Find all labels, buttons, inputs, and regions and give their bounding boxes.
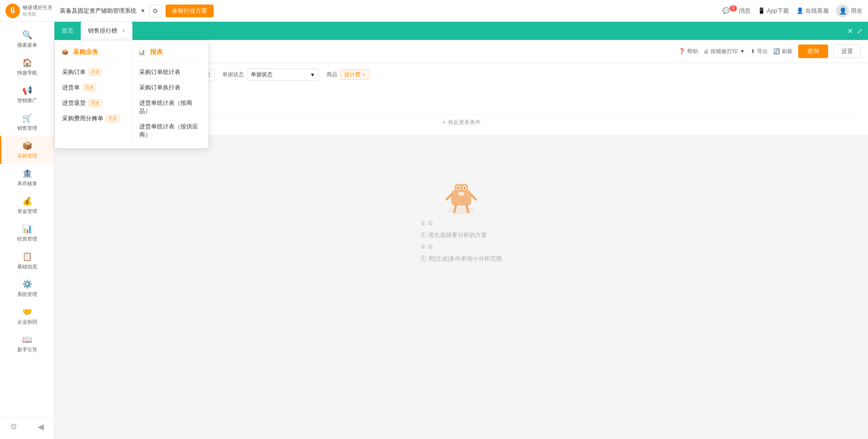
sidebar-item-search[interactable]: 🔍 搜索菜单 [0, 25, 54, 53]
sidebar-label-sales: 销售管理 [17, 125, 37, 132]
tab-bar-right: ✕ ⤢ [847, 27, 868, 35]
service-icon: 👤 [796, 7, 804, 14]
finance-icon: 💰 [22, 196, 32, 206]
sidebar: 🔍 搜索菜单 🏠 快捷导航 📢 营销推广 🛒 销售管理 📦 采购管理 🏦 库存核… [0, 22, 54, 439]
sidebar-item-system[interactable]: ⚙️ 系统管理 [0, 275, 54, 302]
purchase-dropdown-menu: 📦 采购业务 采购订单 历史 进货单 历史 进货退货 历史 采购费用分摊单 历史 [54, 40, 209, 148]
sidebar-item-sales[interactable]: 🛒 销售管理 [0, 109, 54, 136]
header: 6 畅捷通好生意 标准版 装备及固定资产辅助管理系统 ▼ ⚙ 体验行业方案 💬 … [0, 0, 868, 22]
print-arrow[interactable]: ▼ [740, 48, 745, 54]
inventory-icon: 🏦 [22, 168, 32, 178]
dropdown-item-order-exec[interactable]: 采购订单执行表 [137, 80, 203, 95]
sidebar-label-search: 搜索菜单 [17, 42, 37, 49]
report-col-title: 报表 [150, 48, 163, 56]
purchase-col-icon: 📦 [60, 48, 69, 57]
search-icon: 🔍 [22, 30, 32, 40]
dropdown-item-order-stat[interactable]: 采购订单统计表 [137, 64, 203, 80]
guide-icon: 📖 [22, 335, 32, 345]
expense-label: 采购费用分摊单 [62, 114, 103, 123]
message-icon: 💬 [722, 7, 730, 14]
sidebar-collapse-btn[interactable]: ◀ [38, 422, 44, 432]
cooperation-icon: 🤝 [22, 307, 32, 317]
dropdown-item-purchase-order[interactable]: 采购订单 历史 [60, 64, 126, 80]
message-badge: 9 [730, 5, 737, 11]
dropdown-item-incoming[interactable]: 进货单 历史 [60, 80, 126, 95]
incoming-label: 进货单 [62, 84, 80, 92]
sidebar-item-cooperation[interactable]: 🤝 企业协同 [0, 302, 54, 330]
sidebar-item-operation[interactable]: 📊 经营管理 [0, 219, 54, 247]
order-exec-label: 采购订单执行表 [139, 84, 180, 92]
app-download-label: App下载 [767, 7, 789, 15]
goods-more-btn[interactable]: ··· [372, 71, 378, 79]
sidebar-item-inventory[interactable]: 🏦 库存核算 [0, 164, 54, 192]
svg-line-8 [447, 195, 451, 199]
export-icon: ⬆ [751, 48, 755, 54]
purchase-col: 📦 采购业务 采购订单 历史 进货单 历史 进货退货 历史 采购费用分摊单 历史 [55, 46, 132, 143]
system-dropdown-arrow[interactable]: ▼ [140, 8, 146, 14]
status-select[interactable]: 单据状态 ▼ [247, 69, 319, 81]
dropdown-item-expense[interactable]: 采购费用分摊单 历史 [60, 111, 126, 126]
print-label: 按模板打印 [711, 48, 738, 55]
refresh-icon: 🔄 [773, 48, 780, 54]
svg-point-0 [448, 207, 475, 214]
dropdown-item-incoming-stat-goods[interactable]: 进货单统计表（按商品） [137, 95, 203, 119]
refresh-label: 刷新 [782, 48, 793, 55]
sidebar-item-finance[interactable]: 💰 资金管理 [0, 192, 54, 219]
order-stat-label: 采购订单统计表 [139, 68, 180, 76]
dropdown-item-return[interactable]: 进货退货 历史 [60, 95, 126, 111]
online-service-btn[interactable]: 👤 在线客服 [796, 7, 829, 15]
help-btn[interactable]: ❓ 帮助 [678, 48, 698, 55]
tab-close-all-btn[interactable]: ✕ [847, 27, 853, 35]
return-hist: 历史 [88, 99, 102, 107]
operation-icon: 📊 [22, 224, 32, 234]
tab-home[interactable]: 首页 [54, 22, 81, 40]
tab-sales-rank-label: 销售排行榜 [88, 27, 117, 35]
expense-hist: 历史 [106, 115, 120, 122]
tab-sales-rank[interactable]: 销售排行榜 × [81, 22, 132, 40]
sidebar-item-quicknav[interactable]: 🏠 快捷导航 [0, 53, 54, 81]
report-col-icon: 📊 [137, 48, 146, 57]
app-download-btn[interactable]: 📱 App下载 [758, 7, 789, 15]
marketing-icon: 📢 [22, 85, 32, 95]
baseinfo-icon: 📋 [22, 252, 32, 261]
online-service-label: 在线客服 [805, 7, 829, 15]
tab-bar: 首页 销售排行榜 × ✕ ⤢ [54, 22, 868, 40]
goods-tag-value: 设计费 [344, 71, 361, 79]
svg-line-9 [471, 195, 476, 199]
empty-state: ① 请先选择要分析的方案 ② 用[过滤]条件来缩小分析范围 [54, 136, 868, 301]
report-col: 📊 报表 采购订单统计表 采购订单执行表 进货单统计表（按商品） 进货单统计表（… [132, 46, 209, 143]
sidebar-label-baseinfo: 基础信息 [17, 263, 37, 270]
sidebar-settings-btn[interactable]: ⚙ [10, 422, 17, 432]
sidebar-label-inventory: 库存核算 [17, 180, 37, 187]
sidebar-label-operation: 经营管理 [17, 236, 37, 242]
sidebar-label-marketing: 营销推广 [17, 97, 37, 104]
settings-btn[interactable]: 设置 [834, 44, 861, 58]
return-label: 进货退货 [62, 99, 86, 107]
sidebar-item-newguide[interactable]: 📖 新手引导 [0, 330, 54, 358]
gear-button[interactable]: ⚙ [149, 5, 162, 17]
sidebar-item-purchase[interactable]: 📦 采购管理 [0, 136, 54, 164]
goods-tag-close[interactable]: × [362, 72, 366, 78]
sidebar-item-baseinfo[interactable]: 📋 基础信息 [0, 247, 54, 275]
svg-rect-7 [458, 192, 464, 196]
message-btn[interactable]: 💬 9 消息 [722, 7, 751, 15]
avatar-icon: 👤 [836, 5, 849, 17]
query-btn[interactable]: 查询 [798, 44, 828, 58]
svg-point-5 [457, 187, 459, 189]
industry-btn[interactable]: 体验行业方案 [166, 5, 214, 17]
dropdown-item-incoming-stat-supplier[interactable]: 进货单统计表（按供应商） [137, 119, 203, 143]
header-right: 💬 9 消息 📱 App下载 👤 在线客服 👤 用友 [722, 5, 863, 17]
system-name: 装备及固定资产辅助管理系统 [60, 7, 137, 15]
empty-hint-2: ② 用[过滤]条件来缩小分析范围 [420, 241, 502, 265]
tab-expand-btn[interactable]: ⤢ [857, 27, 863, 35]
sidebar-label-cooperation: 企业协同 [17, 319, 37, 326]
sidebar-label-quicknav: 快捷导航 [17, 69, 37, 76]
sidebar-label-newguide: 新手引导 [17, 346, 37, 353]
sidebar-item-marketing[interactable]: 📢 营销推广 [0, 81, 54, 109]
print-btn[interactable]: 🖨 按模板打印 ▼ [703, 48, 745, 55]
filter-status: 单据状态 单据状态 ▼ [222, 69, 319, 81]
tab-close-icon[interactable]: × [122, 28, 125, 34]
export-btn[interactable]: ⬆ 导出 [751, 48, 768, 55]
refresh-btn[interactable]: 🔄 刷新 [773, 48, 793, 55]
user-btn[interactable]: 👤 用友 [836, 5, 863, 17]
